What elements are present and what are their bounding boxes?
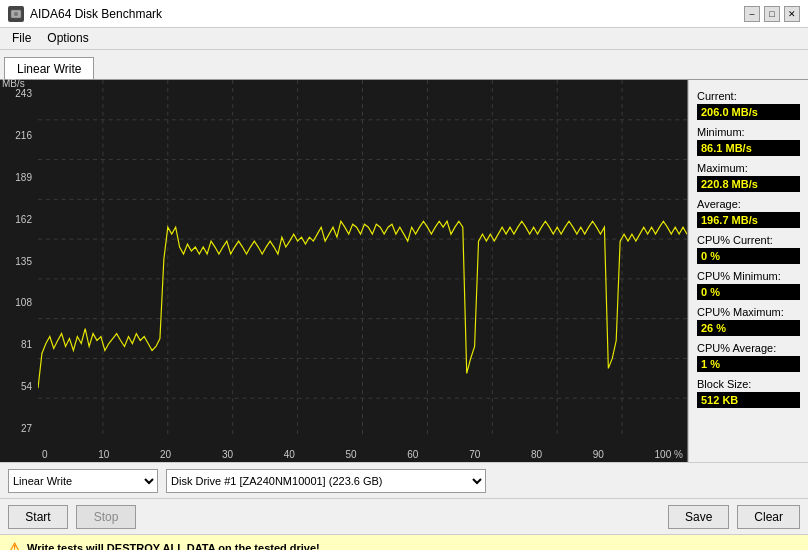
menu-bar: File Options bbox=[0, 28, 808, 50]
test-select[interactable]: Linear Write Linear Read Random Write Ra… bbox=[8, 469, 158, 493]
tab-linear-write[interactable]: Linear Write bbox=[4, 57, 94, 79]
x-label-70: 70 bbox=[469, 449, 480, 460]
chart-svg bbox=[38, 80, 687, 438]
current-label: Current: bbox=[697, 90, 800, 102]
maximum-value: 220.8 MB/s bbox=[697, 176, 800, 192]
block-size-label: Block Size: bbox=[697, 378, 800, 390]
menu-file[interactable]: File bbox=[4, 30, 39, 47]
window-controls: – □ ✕ bbox=[744, 6, 800, 22]
clear-button[interactable]: Clear bbox=[737, 505, 800, 529]
y-label-162: 162 bbox=[0, 214, 36, 225]
x-label-10: 10 bbox=[98, 449, 109, 460]
svg-point-2 bbox=[15, 13, 17, 15]
x-label-80: 80 bbox=[531, 449, 542, 460]
minimize-button[interactable]: – bbox=[744, 6, 760, 22]
warning-icon: ⚠ bbox=[8, 540, 21, 551]
cpu-average-label: CPU% Average: bbox=[697, 342, 800, 354]
x-label-90: 90 bbox=[593, 449, 604, 460]
average-value: 196.7 MB/s bbox=[697, 212, 800, 228]
y-label-216: 216 bbox=[0, 130, 36, 141]
cpu-maximum-value: 26 % bbox=[697, 320, 800, 336]
minimum-label: Minimum: bbox=[697, 126, 800, 138]
cpu-average-value: 1 % bbox=[697, 356, 800, 372]
x-label-20: 20 bbox=[160, 449, 171, 460]
y-label-81: 81 bbox=[0, 339, 36, 350]
y-label-54: 54 bbox=[0, 381, 36, 392]
warning-bar: ⚠ Write tests will DESTROY ALL DATA on t… bbox=[0, 534, 808, 550]
title-bar: AIDA64 Disk Benchmark – □ ✕ bbox=[0, 0, 808, 28]
y-label-135: 135 bbox=[0, 256, 36, 267]
x-label-50: 50 bbox=[346, 449, 357, 460]
drive-select[interactable]: Disk Drive #1 [ZA240NM10001] (223.6 GB) bbox=[166, 469, 486, 493]
x-label-30: 30 bbox=[222, 449, 233, 460]
x-label-40: 40 bbox=[284, 449, 295, 460]
minimum-value: 86.1 MB/s bbox=[697, 140, 800, 156]
maximize-button[interactable]: □ bbox=[764, 6, 780, 22]
average-label: Average: bbox=[697, 198, 800, 210]
y-label-189: 189 bbox=[0, 172, 36, 183]
x-axis: 0 10 20 30 40 50 60 70 80 90 100 % bbox=[38, 449, 687, 460]
current-value: 206.0 MB/s bbox=[697, 104, 800, 120]
x-label-0: 0 bbox=[42, 449, 48, 460]
app-icon bbox=[8, 6, 24, 22]
block-size-value: 512 KB bbox=[697, 392, 800, 408]
y-axis: 243 216 189 162 135 108 81 54 27 bbox=[0, 80, 38, 438]
x-label-60: 60 bbox=[407, 449, 418, 460]
chart-area: MB/s 243 216 189 162 135 108 81 54 27 22… bbox=[0, 80, 688, 462]
cpu-minimum-label: CPU% Minimum: bbox=[697, 270, 800, 282]
cpu-current-value: 0 % bbox=[697, 248, 800, 264]
window-title: AIDA64 Disk Benchmark bbox=[30, 7, 162, 21]
stats-panel: Current: 206.0 MB/s Minimum: 86.1 MB/s M… bbox=[688, 80, 808, 462]
menu-options[interactable]: Options bbox=[39, 30, 96, 47]
stop-button[interactable]: Stop bbox=[76, 505, 136, 529]
save-button[interactable]: Save bbox=[668, 505, 729, 529]
y-label-108: 108 bbox=[0, 297, 36, 308]
warning-text: Write tests will DESTROY ALL DATA on the… bbox=[27, 542, 320, 551]
tab-bar: Linear Write bbox=[0, 50, 808, 80]
close-button[interactable]: ✕ bbox=[784, 6, 800, 22]
main-content: MB/s 243 216 189 162 135 108 81 54 27 22… bbox=[0, 80, 808, 462]
maximum-label: Maximum: bbox=[697, 162, 800, 174]
bottom-buttons: Start Stop Save Clear bbox=[0, 498, 808, 534]
cpu-maximum-label: CPU% Maximum: bbox=[697, 306, 800, 318]
cpu-minimum-value: 0 % bbox=[697, 284, 800, 300]
y-label-243: 243 bbox=[0, 88, 36, 99]
y-label-27: 27 bbox=[0, 423, 36, 434]
bottom-controls: Linear Write Linear Read Random Write Ra… bbox=[0, 462, 808, 498]
cpu-current-label: CPU% Current: bbox=[697, 234, 800, 246]
start-button[interactable]: Start bbox=[8, 505, 68, 529]
x-label-100: 100 % bbox=[655, 449, 683, 460]
